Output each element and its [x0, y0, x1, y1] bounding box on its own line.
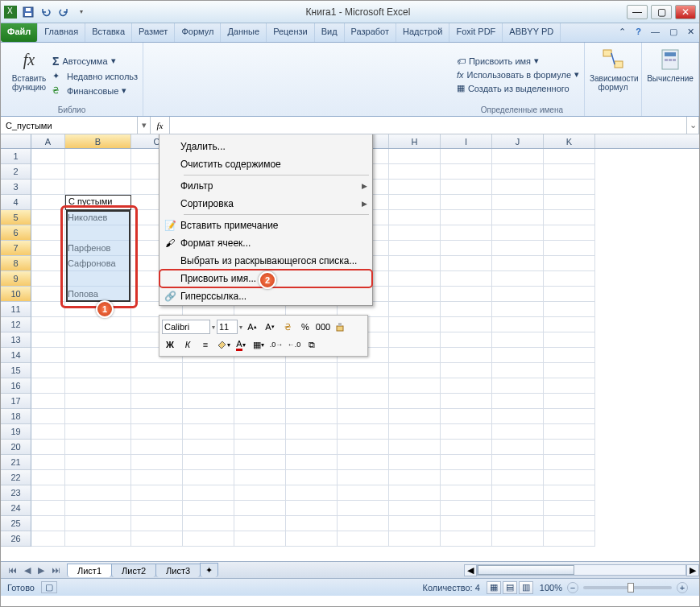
cell[interactable] — [544, 531, 595, 547]
menu-pick-from-list[interactable]: Выбрать из раскрывающегося списка... — [159, 252, 372, 270]
menu-format-cells[interactable]: 🖌Формат ячеек... — [159, 234, 372, 252]
tab-foxit[interactable]: Foxit PDF — [449, 23, 503, 42]
col-A[interactable]: A — [31, 134, 65, 148]
help-icon[interactable]: ? — [631, 23, 646, 42]
row-header[interactable]: 4 — [1, 195, 31, 210]
cell[interactable] — [389, 210, 441, 225]
zoom-out-icon[interactable]: − — [567, 582, 578, 593]
view-normal-icon[interactable]: ▦ — [487, 581, 501, 594]
row-header[interactable]: 24 — [1, 501, 31, 516]
format-painter-icon[interactable] — [333, 319, 349, 335]
cell[interactable] — [65, 180, 131, 195]
font-color-icon[interactable]: A▾ — [233, 337, 249, 353]
name-box-input[interactable] — [6, 121, 132, 130]
cell[interactable] — [286, 440, 338, 455]
select-all-corner[interactable] — [1, 134, 31, 148]
italic-icon[interactable]: К — [180, 337, 196, 353]
worksheet-grid[interactable]: A B C D E F G H I J K 12345Николаев67Пар… — [1, 134, 699, 561]
cell[interactable] — [131, 409, 183, 424]
cell[interactable] — [65, 332, 131, 348]
cell[interactable] — [389, 271, 441, 287]
cell[interactable] — [286, 363, 338, 378]
cell[interactable] — [131, 363, 183, 378]
new-sheet-button[interactable]: ✦ — [200, 563, 218, 577]
cell[interactable] — [441, 501, 492, 516]
sheet-tab-3[interactable]: Лист3 — [155, 564, 201, 577]
cell[interactable] — [492, 210, 544, 225]
zoom-slider[interactable] — [583, 586, 672, 589]
name-box[interactable] — [1, 117, 138, 134]
percent-icon[interactable]: % — [297, 319, 313, 335]
cell[interactable] — [492, 409, 544, 424]
cell[interactable] — [338, 363, 389, 378]
cell[interactable] — [65, 164, 131, 180]
cell[interactable] — [183, 501, 234, 516]
view-pagebreak-icon[interactable]: ▥ — [519, 581, 533, 594]
cell[interactable] — [441, 470, 492, 485]
cell[interactable] — [31, 394, 65, 409]
cell[interactable] — [544, 363, 595, 378]
qat-dropdown-icon[interactable]: ▾ — [73, 4, 89, 20]
row-header[interactable]: 5 — [1, 210, 31, 225]
cell[interactable] — [31, 271, 65, 287]
cell[interactable] — [183, 516, 234, 531]
cell[interactable] — [131, 378, 183, 394]
sheet-last-icon[interactable]: ⏭ — [52, 565, 60, 575]
cell[interactable] — [492, 302, 544, 317]
cell[interactable] — [492, 424, 544, 440]
formula-expand-icon[interactable]: ⌄ — [686, 117, 699, 134]
cell[interactable] — [441, 409, 492, 424]
cell[interactable] — [441, 531, 492, 547]
cell[interactable] — [338, 485, 389, 501]
undo-icon[interactable] — [38, 4, 54, 20]
hscroll-left-icon[interactable]: ◀ — [464, 564, 477, 576]
cell[interactable] — [389, 149, 441, 164]
cell[interactable] — [286, 485, 338, 501]
cell[interactable] — [183, 485, 234, 501]
cell[interactable] — [441, 332, 492, 348]
cell[interactable] — [131, 394, 183, 409]
cell[interactable] — [544, 164, 595, 180]
cell[interactable] — [31, 363, 65, 378]
cell[interactable] — [544, 271, 595, 287]
cell[interactable] — [31, 241, 65, 256]
cell[interactable] — [544, 440, 595, 455]
cell[interactable] — [183, 409, 234, 424]
tab-layout[interactable]: Размет — [132, 23, 175, 42]
cell[interactable] — [183, 363, 234, 378]
tab-formulas[interactable]: Формул — [175, 23, 221, 42]
cell[interactable] — [389, 317, 441, 332]
cell[interactable] — [234, 501, 286, 516]
workbook-restore-icon[interactable]: ▢ — [665, 23, 682, 42]
hscroll-right-icon[interactable]: ▶ — [686, 564, 699, 576]
cell[interactable] — [65, 394, 131, 409]
cell[interactable] — [31, 409, 65, 424]
cell[interactable] — [492, 195, 544, 210]
calculation-button[interactable]: Вычисление — [647, 47, 694, 83]
cell[interactable] — [31, 455, 65, 470]
cell[interactable] — [31, 180, 65, 195]
cell[interactable] — [234, 455, 286, 470]
sheet-prev-icon[interactable]: ◀ — [24, 565, 31, 576]
sheet-next-icon[interactable]: ▶ — [38, 565, 44, 576]
cell[interactable] — [441, 455, 492, 470]
cell[interactable] — [65, 470, 131, 485]
cell[interactable] — [544, 516, 595, 531]
tab-addins[interactable]: Надстрой — [396, 23, 449, 42]
cell[interactable] — [389, 287, 441, 302]
cell[interactable] — [65, 348, 131, 363]
cell[interactable] — [31, 195, 65, 210]
cell[interactable] — [31, 317, 65, 332]
row-header[interactable]: 8 — [1, 256, 31, 271]
cell[interactable] — [31, 348, 65, 363]
cell[interactable] — [492, 348, 544, 363]
ribbon-minimize-icon[interactable]: ⌃ — [614, 23, 631, 42]
cell[interactable] — [544, 210, 595, 225]
cell[interactable] — [338, 455, 389, 470]
cell[interactable] — [183, 394, 234, 409]
cell[interactable] — [544, 409, 595, 424]
cell[interactable] — [441, 485, 492, 501]
cell[interactable] — [131, 501, 183, 516]
cell[interactable] — [492, 363, 544, 378]
row-header[interactable]: 15 — [1, 363, 31, 378]
